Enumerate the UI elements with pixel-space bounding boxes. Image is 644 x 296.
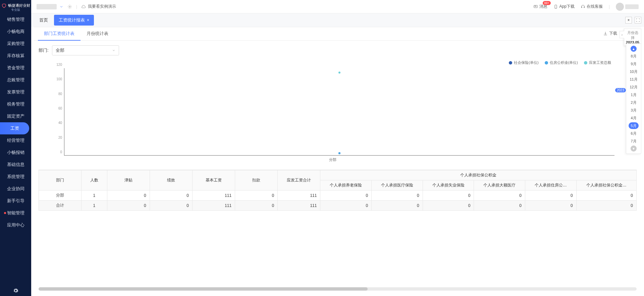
scrollbar-thumb[interactable] xyxy=(39,287,368,291)
scroll-down-icon[interactable]: ▼ xyxy=(631,145,637,152)
sidebar-item[interactable]: 系统管理 xyxy=(0,171,31,183)
month-option[interactable]: 5月 xyxy=(629,122,639,129)
brand-logo: 畅捷通好业财 专业版 xyxy=(0,0,31,13)
sidebar-item[interactable]: 工资 xyxy=(0,122,29,134)
col-header: 应发工资合计 xyxy=(278,170,320,191)
y-tick: 80 xyxy=(58,92,62,95)
legend-dot-icon xyxy=(584,61,587,65)
main: | 我要看实例演示 消息 99+ App下载 在线客服 | xyxy=(31,0,644,296)
app-download-label: App下载 xyxy=(559,4,575,9)
month-option[interactable]: 4月 xyxy=(629,115,639,121)
col-header: 绩效 xyxy=(150,170,192,191)
sidebar-item[interactable]: 经营管理 xyxy=(0,134,31,146)
tab-dept-stats[interactable]: 部门工资统计表 xyxy=(38,27,80,41)
gear-icon[interactable] xyxy=(13,288,18,293)
sidebar-footer xyxy=(0,285,31,296)
svg-point-0 xyxy=(69,6,70,7)
month-option[interactable]: 6月 xyxy=(629,130,639,137)
legend-item[interactable]: 社会保险(单位) xyxy=(509,60,538,65)
content: 部门工资统计表 月份统计表 下载 刷新 部门: 全部 社会保险(单位)住房公积金… xyxy=(34,27,641,293)
sidebar-item[interactable]: 基础信息 xyxy=(0,159,31,171)
collapse-month-picker[interactable]: › xyxy=(620,31,624,38)
tab-salary-report[interactable]: 工资统计报表 × xyxy=(54,15,94,26)
customer-service-label: 在线客服 xyxy=(587,4,603,9)
month-option[interactable]: 9月 xyxy=(629,60,639,67)
sidebar-item[interactable]: 资金管理 xyxy=(0,62,31,74)
sidebar-item[interactable]: 智能管理 xyxy=(0,207,31,219)
cloud-icon xyxy=(81,4,86,9)
sidebar-item[interactable]: 小畅报销 xyxy=(0,146,31,159)
y-tick: 100 xyxy=(56,77,62,81)
col-header: 扣款 xyxy=(235,170,278,191)
fullscreen-button[interactable] xyxy=(635,17,641,24)
close-icon[interactable]: × xyxy=(87,18,89,23)
sidebar-item[interactable]: 销售管理 xyxy=(0,13,31,26)
month-option[interactable]: 1月 xyxy=(629,91,639,98)
svg-point-3 xyxy=(555,7,556,8)
demo-link-label: 我要看实例演示 xyxy=(88,4,116,9)
col-header: 个人承担大额医疗 xyxy=(474,180,525,191)
legend-item[interactable]: 住房公积金(单位) xyxy=(545,60,578,65)
horizontal-scrollbar[interactable] xyxy=(39,287,637,291)
filter-row: 部门: 全部 xyxy=(34,41,641,60)
sidebar-item[interactable]: 税务管理 xyxy=(0,98,31,110)
month-option[interactable]: 10月 xyxy=(629,68,639,75)
month-option[interactable]: 2月 xyxy=(629,99,639,106)
sidebar-item[interactable]: 总账管理 xyxy=(0,74,31,86)
x-axis-label: 分部 xyxy=(329,157,336,162)
app-download-button[interactable]: App下载 xyxy=(553,4,575,9)
legend-item[interactable]: 应发工资总额 xyxy=(584,60,611,65)
message-icon xyxy=(533,4,538,9)
sidebar-item[interactable]: 应用中心 xyxy=(0,219,31,231)
sidebar-item[interactable]: 采购管理 xyxy=(0,38,31,50)
total-row: 合计1001110111000000 xyxy=(39,201,637,211)
download-button[interactable]: 下载 xyxy=(603,31,617,36)
month-option[interactable]: 7月 xyxy=(629,138,639,144)
legend-dot-icon xyxy=(509,61,512,65)
tab-month-stats[interactable]: 月份统计表 xyxy=(80,27,114,41)
settings-icon[interactable] xyxy=(67,4,72,9)
col-group-header: 个人承担社保公积金 xyxy=(320,170,637,180)
col-header: 个人承担失业保险 xyxy=(423,180,474,191)
sidebar-item[interactable]: 企业协同 xyxy=(0,183,31,195)
col-header: 个人承担养老保险 xyxy=(320,180,372,191)
chevron-down-icon xyxy=(112,49,115,52)
sidebar-item[interactable]: 小畅电商 xyxy=(0,26,31,38)
data-point xyxy=(338,72,340,74)
headset-icon xyxy=(581,4,585,9)
dept-select-value: 全部 xyxy=(56,47,64,53)
scroll-up-icon[interactable]: ▲ xyxy=(631,46,637,52)
messages-badge: 99+ xyxy=(543,1,550,5)
data-point xyxy=(338,152,340,154)
col-header: 部门 xyxy=(39,170,82,191)
sidebar-item[interactable]: 库存核算 xyxy=(0,50,31,62)
close-all-tabs-button[interactable]: × xyxy=(625,17,632,24)
customer-service-button[interactable]: 在线客服 xyxy=(581,4,603,9)
dept-select[interactable]: 全部 xyxy=(52,45,119,55)
month-option[interactable]: 3月 xyxy=(629,107,639,114)
sidebar-item[interactable]: 固定资产 xyxy=(0,110,31,122)
chart: 020406080100120 分部 xyxy=(51,68,614,162)
month-option[interactable]: 11月 xyxy=(629,76,639,83)
month-option[interactable]: 12月 xyxy=(629,84,639,90)
month-option[interactable]: 8月 xyxy=(629,53,639,59)
col-header: 个人承担社保公积金… xyxy=(576,180,636,191)
nav-list: 销售管理小畅电商采购管理库存核算资金管理总账管理发票管理税务管理固定资产工资经营… xyxy=(0,13,31,285)
legend-dot-icon xyxy=(545,61,548,65)
table-row: 分部1001110111000000 xyxy=(39,191,637,201)
salary-table: 部门人数津贴绩效基本工资扣款应发工资合计个人承担社保公积金个人承担养老保险个人承… xyxy=(39,170,637,211)
user-menu[interactable] xyxy=(616,3,639,11)
tab-home[interactable]: 首页 xyxy=(35,15,53,26)
topbar-right: 消息 99+ App下载 在线客服 | xyxy=(533,3,639,11)
sidebar-item[interactable]: 新手引导 xyxy=(0,195,31,207)
company-name-redacted xyxy=(37,4,57,9)
col-header: 个人承担医疗保险 xyxy=(372,180,423,191)
sidebar-item[interactable]: 发票管理 xyxy=(0,86,31,98)
y-tick: 120 xyxy=(56,63,62,67)
page-tabs: 首页 工资统计报表 × × xyxy=(31,13,644,27)
y-tick: 20 xyxy=(58,135,62,139)
company-selector[interactable] xyxy=(37,4,63,9)
messages-button[interactable]: 消息 99+ xyxy=(533,4,547,9)
chart-area: 社会保险(单位)住房公积金(单位)应发工资总额 020406080100120 … xyxy=(34,60,641,168)
demo-link[interactable]: 我要看实例演示 xyxy=(81,4,116,9)
